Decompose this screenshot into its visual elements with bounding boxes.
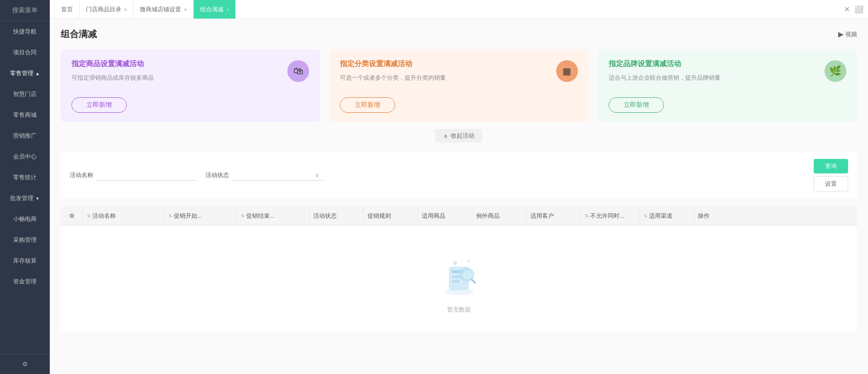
th-settings[interactable]: ⚙	[61, 207, 83, 225]
retail-mgmt-arrow-icon: ▲	[35, 71, 40, 76]
tab-bar: 首页 门店商品目录 × 微商城店铺设置 × 组合满减 × ✕ ⬜	[50, 0, 868, 19]
th-name-sort-icon[interactable]: ⇅	[87, 213, 91, 218]
th-conflict: ⇅ 不允许同时...	[581, 206, 640, 225]
th-customer-label: 适用客户	[530, 212, 554, 220]
svg-rect-4	[452, 280, 460, 283]
chevron-up-icon: ∧	[444, 133, 448, 139]
category-card-title: 指定分类设置满减活动	[340, 59, 577, 69]
svg-point-6	[463, 270, 472, 279]
sidebar-item-smart-store[interactable]: 智慧门店	[0, 84, 50, 105]
category-card-icon: ▦	[556, 60, 578, 82]
th-conflict-sort-icon[interactable]: ⇅	[585, 213, 588, 218]
sidebar-settings-btn[interactable]: ⚙	[0, 354, 50, 374]
filter-status-item: 活动状态 ∨	[205, 170, 323, 181]
brand-card-icon: 🌿	[825, 60, 846, 82]
th-goods: 适用商品	[418, 206, 472, 225]
th-customer: 适用客户	[527, 206, 581, 225]
brand-promo-card: 🌿 指定品牌设置满减活动 适合与上游企业联合做营销，提升品牌销量 立即新增	[598, 49, 857, 122]
tab-wechat-store-settings[interactable]: 微商城店铺设置 ×	[134, 0, 193, 19]
window-close-btn[interactable]: ✕	[844, 5, 850, 14]
th-except: 例外商品	[472, 206, 527, 225]
window-maximize-btn[interactable]: ⬜	[854, 5, 863, 14]
sidebar-item-purchase-mgmt[interactable]: 采购管理	[0, 230, 50, 250]
sidebar-item-finance-mgmt[interactable]: 资金管理	[0, 271, 50, 292]
sidebar-item-marketing[interactable]: 营销推广	[0, 125, 50, 146]
tab-store-catalog-label: 门店商品目录	[86, 5, 121, 14]
tab-home[interactable]: 首页	[54, 0, 80, 19]
video-link[interactable]: ▶ 视频	[838, 30, 857, 38]
th-start-label: 促销开始...	[174, 212, 202, 220]
collapse-bar: ∧ 收起活动	[61, 129, 857, 143]
page-title: 组合满减	[61, 28, 97, 40]
th-channel-sort-icon[interactable]: ⇅	[644, 213, 647, 218]
tab-combo-discount-label: 组合满减	[200, 5, 224, 14]
tab-wechat-store-label: 微商城店铺设置	[140, 5, 181, 14]
brand-card-desc: 适合与上游企业联合做营销，提升品牌销量	[609, 73, 846, 88]
th-ops: 操作	[694, 206, 857, 225]
sidebar-item-wholesale-mgmt[interactable]: 批发管理 ▼	[0, 188, 50, 209]
th-settings-icon: ⚙	[69, 212, 75, 219]
tab-combo-discount[interactable]: 组合满减 ×	[194, 0, 236, 19]
th-ops-label: 操作	[698, 212, 710, 220]
th-name: ⇅ 活动名称	[83, 206, 165, 225]
category-promo-card: ▦ 指定分类设置满减活动 可选一个或者多个分类，提升分类的销量 立即新增	[329, 49, 588, 122]
svg-line-7	[472, 279, 475, 283]
svg-point-9	[467, 260, 470, 263]
sidebar-item-retail-mall[interactable]: 零售商城	[0, 105, 50, 125]
th-conflict-label: 不允许同时...	[590, 212, 625, 220]
tab-store-catalog[interactable]: 门店商品目录 ×	[80, 0, 134, 19]
window-controls: ✕ ⬜	[844, 5, 863, 14]
category-card-add-btn[interactable]: 立即新增	[340, 97, 395, 113]
empty-text: 暂无数据	[447, 306, 471, 314]
sidebar-item-project-contract[interactable]: 项目合同	[0, 42, 50, 63]
page-content: 组合满减 ▶ 视频 🛍 指定商品设置满减活动 可指定滞销商品或库存较多商品 立即…	[50, 19, 868, 374]
wholesale-mgmt-arrow-icon: ▼	[35, 196, 40, 201]
sidebar-item-inventory[interactable]: 库存核算	[0, 250, 50, 271]
brand-card-title: 指定品牌设置满减活动	[609, 59, 846, 69]
filter-name-input[interactable]	[97, 170, 196, 181]
sidebar-item-retail-mgmt[interactable]: 零售管理 ▲	[0, 63, 50, 84]
main-area: 首页 门店商品目录 × 微商城店铺设置 × 组合满减 × ✕ ⬜ 组合满减 ▶ …	[50, 0, 868, 374]
brand-card-add-btn[interactable]: 立即新增	[609, 97, 664, 113]
filter-status-select[interactable]: ∨	[233, 170, 323, 181]
th-except-label: 例外商品	[476, 212, 500, 220]
th-channel-label: 适用渠道	[649, 212, 672, 220]
empty-illustration	[436, 253, 482, 298]
collapse-activity-btn[interactable]: ∧ 收起活动	[435, 129, 482, 143]
data-table: ⚙ ⇅ 活动名称 ⇅ 促销开始... ⇅ 促销结束... 活动状态	[61, 206, 857, 332]
tab-store-catalog-close-icon[interactable]: ×	[124, 7, 127, 12]
video-label: 视频	[845, 30, 857, 38]
th-end-sort-icon[interactable]: ⇅	[241, 213, 244, 218]
th-rule: 促销规则	[364, 206, 418, 225]
th-end-label: 促销结束...	[246, 212, 275, 220]
tab-combo-discount-close-icon[interactable]: ×	[226, 7, 229, 12]
th-start-sort-icon[interactable]: ⇅	[168, 213, 172, 218]
th-channel: ⇅ 适用渠道	[640, 206, 694, 225]
th-status: 活动状态	[310, 206, 364, 225]
query-button[interactable]: 查询	[814, 159, 848, 173]
settings-button[interactable]: 设置	[814, 176, 848, 192]
filter-status-label: 活动状态	[205, 171, 229, 179]
settings-icon: ⚙	[22, 360, 28, 368]
sidebar: 搜索菜单 快捷导航 项目合同 零售管理 ▲ 智慧门店 零售商城 营销推广 会员中…	[0, 0, 50, 374]
collapse-btn-label: 收起活动	[451, 132, 474, 140]
product-card-add-btn[interactable]: 立即新增	[72, 97, 127, 113]
retail-mgmt-label: 零售管理	[10, 69, 33, 77]
sidebar-item-retail-stats[interactable]: 零售统计	[0, 167, 50, 188]
th-name-label: 活动名称	[92, 212, 116, 220]
th-status-label: 活动状态	[313, 212, 337, 220]
tab-home-label: 首页	[61, 5, 73, 14]
sidebar-item-quick-nav[interactable]: 快捷导航	[0, 21, 50, 42]
sidebar-item-xce[interactable]: 小畅电商	[0, 209, 50, 230]
filter-row: 活动名称 活动状态 ∨ 查询 设置	[61, 152, 857, 199]
sidebar-item-member-center[interactable]: 会员中心	[0, 146, 50, 167]
category-card-desc: 可选一个或者多个分类，提升分类的销量	[340, 73, 577, 88]
sidebar-search[interactable]: 搜索菜单	[0, 0, 50, 21]
promo-cards-row: 🛍 指定商品设置满减活动 可指定滞销商品或库存较多商品 立即新增 ▦ 指定分类设…	[61, 49, 857, 122]
product-card-desc: 可指定滞销商品或库存较多商品	[72, 73, 309, 88]
product-card-title: 指定商品设置满减活动	[72, 59, 309, 69]
page-header: 组合满减 ▶ 视频	[61, 28, 857, 40]
empty-state: 暂无数据	[61, 226, 857, 332]
tab-wechat-store-close-icon[interactable]: ×	[184, 7, 186, 12]
product-card-icon: 🛍	[287, 60, 309, 82]
